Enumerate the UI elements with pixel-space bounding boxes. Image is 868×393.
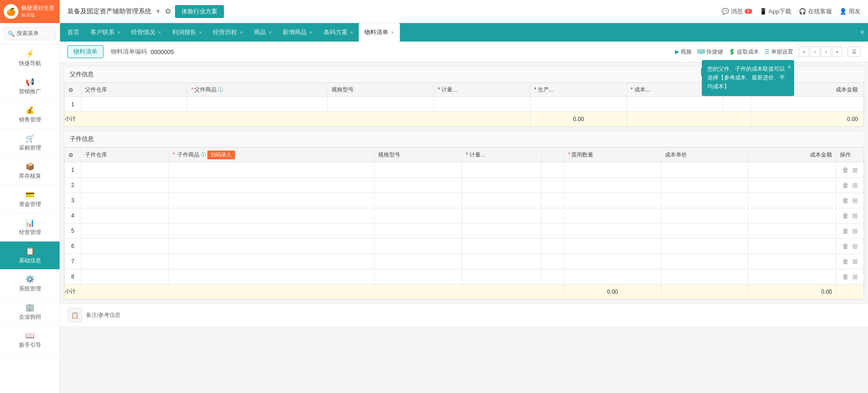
- app-download-button[interactable]: 📱 App下载: [760, 7, 791, 16]
- sidebar-item-operations[interactable]: 📊 经营管理: [0, 213, 60, 242]
- child-cell-product-3[interactable]: [169, 193, 374, 208]
- user-profile-button[interactable]: 👤 用友: [839, 7, 861, 16]
- child-copy-btn-3[interactable]: ⊞: [851, 196, 859, 205]
- parent-cell-product-1[interactable]: [187, 97, 327, 112]
- child-copy-btn-1[interactable]: ⊞: [851, 165, 859, 175]
- child-delete-btn-7[interactable]: 🗑: [841, 257, 850, 266]
- tab-customer[interactable]: 客户联系 ×: [85, 23, 126, 42]
- child-cell-unit-1[interactable]: [462, 163, 541, 178]
- child-delete-btn-8[interactable]: 🗑: [841, 272, 850, 281]
- child-cell-spec-5[interactable]: [374, 224, 462, 239]
- child-cell-unit-cost-4[interactable]: [661, 208, 748, 224]
- child-copy-btn-8[interactable]: ⊞: [851, 272, 859, 281]
- tab-barcode[interactable]: 条码方案 ×: [318, 23, 359, 42]
- parent-cell-unit-1[interactable]: [434, 97, 530, 112]
- child-delete-btn-2[interactable]: 🗑: [841, 181, 850, 190]
- parent-cell-spec-1[interactable]: [328, 97, 434, 112]
- tab-new-product[interactable]: 新增商品 ×: [277, 23, 318, 42]
- single-settings-button[interactable]: ☰ 单据设置: [765, 48, 793, 56]
- child-cell-quantity-2[interactable]: [564, 178, 661, 193]
- child-cell-product-7[interactable]: [169, 254, 374, 269]
- list-view-button[interactable]: ☰: [848, 47, 861, 57]
- child-copy-btn-2[interactable]: ⊞: [851, 181, 859, 190]
- trial-button[interactable]: 体验行业方案: [175, 5, 224, 18]
- child-cell-spec-3[interactable]: [374, 193, 462, 208]
- child-cell-spec-2[interactable]: [374, 178, 462, 193]
- tab-business[interactable]: 经营情况 ×: [126, 23, 166, 42]
- child-cell-product-5[interactable]: [169, 224, 374, 239]
- tooltip-close-button[interactable]: ×: [788, 62, 791, 72]
- child-cell-product-4[interactable]: [169, 208, 374, 224]
- next-button[interactable]: ›: [821, 47, 831, 57]
- child-cell-unit-cost-5[interactable]: [661, 224, 748, 239]
- child-cell-product-2[interactable]: [169, 178, 374, 193]
- child-cell-warehouse-5[interactable]: [81, 224, 169, 239]
- tab-history[interactable]: 经营历程 ×: [207, 23, 248, 42]
- tab-product-close-icon[interactable]: ×: [269, 30, 271, 35]
- child-cell-quantity-7[interactable]: [564, 254, 661, 269]
- th-child-settings[interactable]: ⚙: [65, 148, 81, 163]
- tab-barcode-close-icon[interactable]: ×: [350, 30, 353, 35]
- sidebar-item-marketing[interactable]: 📢 营销推广: [0, 73, 60, 101]
- note-icon[interactable]: 📋: [67, 308, 82, 322]
- child-cell-spec-7[interactable]: [374, 254, 462, 269]
- child-cell-unit-cost-8[interactable]: [661, 269, 748, 284]
- tab-business-close-icon[interactable]: ×: [158, 30, 161, 35]
- child-cell-spec-4[interactable]: [374, 208, 462, 224]
- sidebar-item-finance[interactable]: 💳 资金管理: [0, 185, 60, 213]
- next-last-button[interactable]: »: [832, 47, 842, 57]
- child-cell-warehouse-6[interactable]: [81, 239, 169, 254]
- message-button[interactable]: 💬 消息 6: [722, 7, 752, 16]
- child-cell-quantity-3[interactable]: [564, 193, 661, 208]
- parent-cell-production-1[interactable]: [530, 97, 627, 112]
- tab-customer-close-icon[interactable]: ×: [117, 30, 120, 35]
- child-cell-unit-4[interactable]: [462, 208, 541, 224]
- extract-cost-button[interactable]: 💲 提取成本: [729, 48, 759, 56]
- child-copy-btn-7[interactable]: ⊞: [851, 257, 859, 266]
- tab-profit-close-icon[interactable]: ×: [199, 30, 202, 35]
- sidebar-item-guide[interactable]: 📖 新手引导: [0, 326, 60, 354]
- page-tab-bom[interactable]: 物料清单: [67, 45, 103, 58]
- view-button[interactable]: ▶ 视频: [675, 48, 692, 56]
- tab-bom-close-icon[interactable]: ×: [391, 30, 394, 35]
- child-delete-btn-3[interactable]: 🗑: [841, 196, 850, 205]
- child-cell-warehouse-7[interactable]: [81, 254, 169, 269]
- scan-input-button[interactable]: 扫码录入: [207, 151, 235, 159]
- search-menu-button[interactable]: 🔍 搜索菜单: [4, 27, 56, 40]
- prev-first-button[interactable]: «: [799, 47, 809, 57]
- sidebar-item-basic-info[interactable]: 📋 基础信息: [0, 242, 60, 270]
- child-cell-spec-1[interactable]: [374, 163, 462, 178]
- child-cell-unit-5[interactable]: [462, 224, 541, 239]
- child-cell-unit-7[interactable]: [462, 254, 541, 269]
- child-cell-warehouse-2[interactable]: [81, 178, 169, 193]
- child-cell-product-6[interactable]: [169, 239, 374, 254]
- child-cell-unit-2[interactable]: [462, 178, 541, 193]
- child-cell-product-8[interactable]: [169, 269, 374, 284]
- sidebar-item-inventory[interactable]: 📦 库存核算: [0, 157, 60, 185]
- tab-new-product-close-icon[interactable]: ×: [309, 30, 312, 35]
- close-all-tabs-icon[interactable]: ×: [860, 28, 864, 36]
- tab-product[interactable]: 商品 ×: [248, 23, 277, 42]
- shortcut-button[interactable]: ⌨ 快捷键: [697, 48, 723, 56]
- child-cell-quantity-1[interactable]: [564, 163, 661, 178]
- sidebar-item-purchase[interactable]: 🛒 采购管理: [0, 129, 60, 157]
- child-cell-unit-6[interactable]: [462, 239, 541, 254]
- prev-button[interactable]: ‹: [810, 47, 820, 57]
- child-cell-unit-cost-7[interactable]: [661, 254, 748, 269]
- child-delete-btn-5[interactable]: 🗑: [841, 226, 850, 236]
- online-service-button[interactable]: 🎧 在线客服: [799, 7, 832, 16]
- sidebar-item-quick-nav[interactable]: ⚡ 快捷导航: [0, 44, 60, 73]
- child-cell-warehouse-1[interactable]: [81, 163, 169, 178]
- child-cell-product-1[interactable]: [169, 163, 374, 178]
- child-delete-btn-4[interactable]: 🗑: [841, 211, 850, 220]
- child-cell-unit-cost-3[interactable]: [661, 193, 748, 208]
- child-cell-unit-cost-2[interactable]: [661, 178, 748, 193]
- child-cell-spec-6[interactable]: [374, 239, 462, 254]
- child-cell-unit-3[interactable]: [462, 193, 541, 208]
- child-cell-spec-8[interactable]: [374, 269, 462, 284]
- child-cell-unit-cost-1[interactable]: [661, 163, 748, 178]
- th-parent-settings[interactable]: ⚙: [65, 83, 81, 97]
- settings-gear-icon[interactable]: ⚙: [165, 7, 171, 16]
- child-cell-quantity-4[interactable]: [564, 208, 661, 224]
- child-cell-warehouse-4[interactable]: [81, 208, 169, 224]
